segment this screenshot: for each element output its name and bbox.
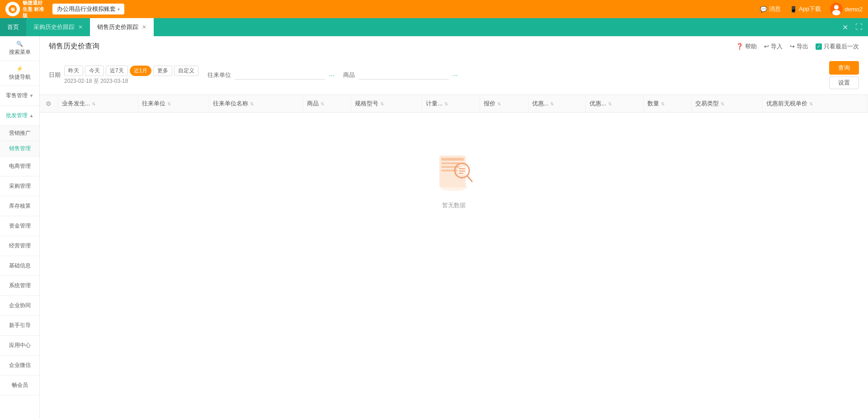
col-unit-code[interactable]: 往来单位 ⇅ — [138, 95, 209, 113]
filter-actions: 查询 设置 — [829, 61, 859, 89]
sidebar-item-basic[interactable]: 基础信息 — [0, 256, 39, 276]
col-pretax-price[interactable]: 优惠前无税单价 ⇅ — [763, 95, 868, 113]
date-btn-custom[interactable]: 自定义 — [174, 66, 198, 76]
page-header: 销售历史价查询 ❓ 帮助 ↩ 导入 ↪ 导出 ✓ — [40, 36, 868, 95]
sidebar-item-sales[interactable]: 销售管理 — [0, 141, 39, 157]
sidebar-item-search[interactable]: 🔍 搜索菜单 — [0, 36, 39, 61]
sidebar-item-retail[interactable]: 零售管理 ▼ — [0, 86, 39, 106]
sort-icon: ⇅ — [380, 101, 384, 106]
sidebar-item-wechat[interactable]: 企业微信 — [0, 356, 39, 375]
col-quantity[interactable]: 数量 ⇅ — [643, 95, 692, 113]
user-menu[interactable]: demo2 — [830, 3, 863, 15]
col-discount1[interactable]: 优惠... ⇅ — [528, 95, 586, 113]
checkbox-icon: ✓ — [816, 43, 822, 50]
settings-button[interactable]: 设置 — [829, 76, 859, 89]
sidebar-item-wholesale[interactable]: 批发管理 ▲ — [0, 106, 39, 126]
tab-home[interactable]: 首页 — [0, 18, 26, 36]
date-btn-7days[interactable]: 近7天 — [106, 66, 128, 76]
date-btn-1month[interactable]: 近1月 — [130, 66, 152, 76]
date-label: 日期 — [49, 71, 61, 79]
date-picker-group: 昨天 今天 近7天 近1月 更多 自定义 2023-02-18 至 2023-0… — [64, 66, 198, 85]
date-filter-group: 日期 昨天 今天 近7天 近1月 更多 自定义 2023-02-18 至 202… — [49, 66, 198, 85]
col-settings[interactable]: ⚙ — [40, 95, 58, 113]
svg-rect-8 — [441, 166, 461, 168]
empty-state: 暂无数据 — [40, 113, 868, 246]
date-btn-yesterday[interactable]: 昨天 — [64, 66, 83, 76]
help-button[interactable]: ❓ 帮助 — [736, 43, 757, 51]
export-button[interactable]: ↪ 导出 — [790, 43, 808, 51]
close-icon[interactable]: ✕ — [78, 24, 83, 30]
help-icon: ❓ — [736, 43, 743, 50]
only-last-checkbox[interactable]: ✓ 只看最后一次 — [816, 43, 859, 51]
product-picker-icon[interactable]: ··· — [453, 71, 458, 79]
source-picker-icon[interactable]: ··· — [329, 71, 334, 79]
col-discount2[interactable]: 优惠... ⇅ — [586, 95, 644, 113]
sidebar-item-system[interactable]: 系统管理 — [0, 276, 39, 296]
col-spec[interactable]: 规格型号 ⇅ — [351, 95, 422, 113]
tab-bar-right: ✕ ⛶ — [840, 21, 868, 33]
sidebar-item-inventory[interactable]: 库存核算 — [0, 196, 39, 216]
product-input[interactable] — [359, 71, 449, 80]
tab-purchase-label: 采购历史价跟踪 — [33, 23, 75, 31]
tab-sales-label: 销售历史价跟踪 — [97, 23, 138, 31]
sort-icon: ⇅ — [321, 101, 324, 106]
tab-fullscreen-icon[interactable]: ⛶ — [854, 21, 864, 33]
sidebar-item-quick-nav[interactable]: ⚡ 快捷导航 — [0, 61, 39, 86]
svg-text:畅: 畅 — [11, 7, 15, 12]
sort-icon: ⇅ — [550, 101, 554, 106]
tab-close-all-icon[interactable]: ✕ — [840, 21, 850, 33]
date-btn-today[interactable]: 今天 — [85, 66, 104, 76]
query-button[interactable]: 查询 — [829, 61, 859, 75]
tab-home-label: 首页 — [7, 23, 19, 31]
empty-state-row: 暂无数据 — [40, 113, 868, 246]
svg-rect-7 — [441, 162, 459, 164]
sidebar-item-ecom[interactable]: 电商管理 — [0, 157, 39, 176]
empty-text: 暂无数据 — [442, 201, 466, 209]
sidebar-item-apps[interactable]: 应用中心 — [0, 336, 39, 356]
data-table: ⚙ 业务发生... ⇅ 往来单位 ⇅ — [40, 95, 868, 246]
col-unit-name[interactable]: 往来单位名称 ⇅ — [209, 95, 303, 113]
sidebar-item-enterprise[interactable]: 企业协同 — [0, 296, 39, 316]
date-range-display: 2023-02-18 至 2023-03-18 — [64, 77, 198, 85]
sidebar-item-purchase[interactable]: 采购管理 — [0, 176, 39, 196]
tab-purchase-history[interactable]: 采购历史价跟踪 ✕ — [26, 18, 90, 36]
sort-icon: ⇅ — [92, 101, 95, 106]
sidebar-item-operations[interactable]: 经营管理 — [0, 236, 39, 256]
sidebar-item-newbie[interactable]: 新手引导 — [0, 316, 39, 336]
col-quote[interactable]: 报价 ⇅ — [480, 95, 528, 113]
col-biz-date[interactable]: 业务发生... ⇅ — [58, 95, 138, 113]
workspace-selector[interactable]: 办公用品行业模拟账套 ▾ — [52, 4, 124, 14]
source-label: 往来单位 — [208, 71, 231, 79]
import-button[interactable]: ↩ 导入 — [764, 43, 783, 51]
tab-sales-history[interactable]: 销售历史价跟踪 ✕ — [90, 18, 154, 36]
source-input[interactable] — [235, 71, 325, 80]
message-icon: 💬 — [760, 6, 767, 13]
sort-icon: ⇅ — [444, 101, 448, 106]
col-trade-type[interactable]: 交易类型 ⇅ — [692, 95, 763, 113]
message-button[interactable]: 💬 消息 — [760, 5, 781, 13]
svg-point-3 — [832, 10, 840, 15]
settings-icon[interactable]: ⚙ — [46, 100, 52, 107]
col-product[interactable]: 商品 ⇅ — [303, 95, 351, 113]
app-download-button[interactable]: 📱 App下载 — [790, 5, 821, 13]
chevron-down-icon: ▼ — [29, 93, 34, 98]
sort-icon: ⇅ — [608, 101, 612, 106]
sort-icon: ⇅ — [497, 101, 501, 106]
sort-icon: ⇅ — [661, 101, 665, 106]
col-unit[interactable]: 计量... ⇅ — [422, 95, 480, 113]
chevron-up-icon: ▲ — [29, 113, 34, 118]
page-title: 销售历史价查询 — [49, 42, 99, 51]
close-icon[interactable]: ✕ — [142, 24, 146, 30]
svg-line-12 — [467, 176, 472, 181]
logo-text: 畅捷通好生意 标准版 — [23, 0, 45, 19]
filter-row: 日期 昨天 今天 近7天 近1月 更多 自定义 2023-02-18 至 202… — [49, 57, 859, 95]
sidebar-item-finance[interactable]: 资金管理 — [0, 216, 39, 236]
search-icon: 🔍 — [16, 41, 23, 47]
sidebar-item-marketing[interactable]: 营销推广 — [0, 126, 39, 141]
date-btn-more[interactable]: 更多 — [153, 66, 172, 76]
top-right-actions: 💬 消息 📱 App下载 demo2 — [760, 3, 863, 15]
sort-icon: ⇅ — [250, 101, 254, 106]
product-filter-group: 商品 ··· — [343, 71, 458, 80]
sort-icon: ⇅ — [167, 101, 171, 106]
sidebar-item-vip[interactable]: 畅会员 — [0, 375, 39, 395]
